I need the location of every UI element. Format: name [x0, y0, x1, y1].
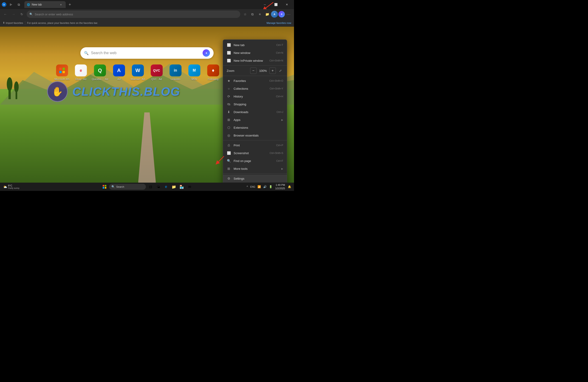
menu-item-history[interactable]: ⟳ History Ctrl+H — [223, 93, 287, 100]
shortcut-icon-msn: M — [188, 64, 200, 76]
hand-icon: ✋ — [47, 81, 68, 102]
menu-item-shopping[interactable]: 🛍 Shopping — [223, 100, 287, 108]
tab-grid-button[interactable]: ⧉ — [16, 1, 22, 8]
svg-rect-14 — [103, 187, 104, 189]
back-button[interactable]: ← — [2, 11, 9, 18]
reading-view-button[interactable]: ≡ — [256, 11, 263, 18]
shortcut-following[interactable]: ♦ Following — [205, 64, 221, 80]
tray-language[interactable]: ENG — [250, 185, 256, 189]
copilot-button[interactable]: ✦ — [278, 11, 285, 18]
profile-button[interactable]: A — [271, 11, 278, 18]
menu-item-shopping-label: Shopping — [233, 103, 283, 106]
taskbar-explorer[interactable]: 📁 — [171, 184, 177, 190]
shortcut-label-ebay: Ebay · Ad — [76, 78, 86, 80]
nav-actions: ☆ ⧉ ≡ 📁 A ✦ ··· — [242, 11, 292, 18]
refresh-button[interactable]: ↻ — [18, 11, 25, 18]
forward-button[interactable]: → — [10, 11, 17, 18]
shortcut-quickbooks[interactable]: Q Quickbo... · Ad — [92, 64, 108, 80]
active-tab[interactable]: 🌐 New tab ✕ — [24, 1, 66, 8]
shortcut-icon-walmart: W — [132, 64, 144, 76]
shortcut-msn[interactable]: M MSN — [186, 64, 202, 80]
menu-item-extensions[interactable]: ⬡ Extensions — [223, 124, 287, 132]
menu-item-print[interactable]: ⎙ Print Ctrl+P — [223, 141, 287, 149]
split-screen-button[interactable]: ⧉ — [249, 11, 256, 18]
weather-widget[interactable]: ⛅ 8°C Partly sunny — [2, 184, 21, 190]
shortcut-icon-following: ♦ — [207, 64, 219, 76]
menu-item-more-tools-label: More tools — [233, 167, 279, 171]
tray-chevron[interactable]: ^ — [246, 185, 249, 189]
shortcut-ebay[interactable]: e Ebay · Ad — [73, 64, 89, 80]
zoom-out-button[interactable]: − — [250, 67, 256, 74]
taskbar-right: ^ ENG 📶 🔊 🔋 1:49 PM 1/2/2025 🔔 — [246, 183, 292, 191]
menu-item-new-inprivate[interactable]: ⬜ New InPrivate window Ctrl+Shift+N — [223, 57, 287, 64]
shortcuts-container: Microsoft 365 e Ebay · Ad Q Quickbo... ·… — [54, 64, 240, 80]
menu-item-settings[interactable]: ⚙ Settings — [223, 175, 287, 182]
menu-item-apps[interactable]: ⊞ Apps ▶ — [223, 116, 287, 124]
shortcut-linkedin[interactable]: in LinkedIn — [168, 64, 184, 80]
new-tab-button[interactable]: + — [67, 1, 73, 8]
zoom-label: Zoom — [227, 69, 248, 73]
notification-button[interactable]: 🔔 — [287, 185, 292, 189]
shortcut-walmart[interactable]: W Walmart · Ad — [130, 64, 146, 80]
svg-rect-12 — [103, 185, 104, 187]
menu-item-browser-essentials-label: Browser essentials — [233, 134, 283, 137]
menu-item-more-tools[interactable]: ⊞ More tools ▶ — [223, 165, 287, 172]
weather-condition: Partly sunny — [8, 187, 20, 189]
copilot-search-icon[interactable]: ✦ — [203, 49, 210, 57]
address-bar[interactable]: 🔍 Search or enter web address — [27, 11, 240, 18]
new-tab-icon: ⬜ — [227, 43, 231, 47]
context-menu: ⬜ New tab Ctrl+T ⬜ New window Ctrl+N ⬜ N… — [223, 39, 287, 183]
start-button[interactable] — [101, 184, 108, 190]
menu-item-find[interactable]: 🔍 Find on page Ctrl+F — [223, 157, 287, 165]
address-text: Search or enter web address — [35, 13, 237, 16]
shortcut-label-ad: Ad — [117, 78, 120, 80]
vertical-tabs-button[interactable]: ⫸ — [8, 1, 14, 8]
svg-rect-15 — [105, 187, 106, 189]
import-favorites-button[interactable]: ⬇ Import favorites — [3, 21, 23, 24]
system-tray: ^ ENG 📶 🔊 🔋 — [246, 185, 273, 189]
menu-item-new-window[interactable]: ⬜ New window Ctrl+N — [223, 49, 287, 57]
nav-bar: ← → ↻ 🔍 Search or enter web address ☆ ⧉ … — [0, 9, 294, 19]
shortcut-microsoft365[interactable]: Microsoft 365 — [54, 64, 70, 80]
shortcut-qvc[interactable]: QVC QVC · Ad — [149, 64, 165, 80]
system-clock[interactable]: 1:49 PM 1/2/2025 — [274, 183, 286, 191]
taskbar-taskview[interactable]: ⊟ — [147, 184, 154, 190]
menu-item-collections-shortcut: Ctrl+Shift+Y — [270, 87, 283, 90]
blog-title: CLICKTHIS.BLOG — [72, 85, 180, 98]
manage-favorites-link[interactable]: Manage favorites now — [266, 21, 291, 24]
window-controls: ─ ⬜ ✕ — [260, 1, 292, 8]
tray-network[interactable]: 📶 — [256, 185, 262, 189]
menu-item-collections[interactable]: ○ Collections Ctrl+Shift+Y — [223, 85, 287, 93]
settings-more-button[interactable]: ··· — [285, 11, 292, 18]
search-bar[interactable]: 🔍 Search the web ✦ — [80, 47, 214, 59]
zoom-expand-button[interactable]: ⤢ — [278, 68, 283, 74]
history-icon: ⟳ — [227, 94, 231, 98]
favorites-divider — [25, 21, 25, 25]
minimize-button[interactable]: ─ — [260, 1, 270, 8]
print-icon: ⎙ — [227, 143, 231, 147]
menu-item-help[interactable]: ○ Help and feedback ▶ — [223, 182, 287, 183]
tray-volume[interactable]: 🔊 — [262, 185, 268, 189]
taskbar-mail[interactable]: ✉ — [186, 184, 193, 190]
taskbar-search[interactable]: 🔍 Search — [109, 184, 146, 190]
taskbar-store[interactable]: 🏪 — [178, 184, 185, 190]
menu-item-favorites[interactable]: ★ Favorites Ctrl+Shift+O — [223, 77, 287, 85]
collections-button[interactable]: 📁 — [264, 11, 271, 18]
shortcut-ad[interactable]: A Ad — [111, 64, 127, 80]
close-button[interactable]: ✕ — [282, 1, 292, 8]
menu-item-downloads-shortcut: Ctrl+J — [276, 111, 283, 113]
menu-item-new-tab[interactable]: ⬜ New tab Ctrl+T — [223, 41, 287, 49]
menu-item-downloads[interactable]: ⬇ Downloads Ctrl+J — [223, 108, 287, 116]
svg-rect-13 — [105, 185, 106, 187]
tab-close-button[interactable]: ✕ — [59, 2, 63, 7]
menu-item-browser-essentials[interactable]: ◎ Browser essentials — [223, 132, 287, 139]
menu-item-settings-label: Settings — [233, 177, 283, 180]
maximize-button[interactable]: ⬜ — [271, 1, 281, 8]
zoom-in-button[interactable]: + — [270, 67, 276, 74]
taskbar-edge[interactable]: e — [163, 184, 169, 190]
menu-item-screenshot[interactable]: ⬜ Screenshot Ctrl+Shift+S — [223, 149, 287, 157]
tray-battery[interactable]: 🔋 — [268, 185, 273, 189]
menu-item-favorites-shortcut: Ctrl+Shift+O — [269, 79, 283, 82]
taskbar-widgets[interactable]: 🌤 — [155, 184, 162, 190]
favorites-star-button[interactable]: ☆ — [242, 11, 249, 18]
